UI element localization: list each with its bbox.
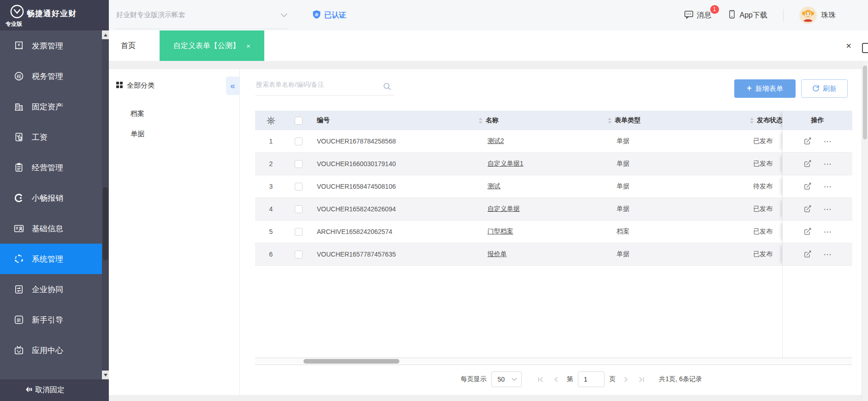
sidebar-item-basic-info[interactable]: 基础信息	[0, 213, 102, 244]
app-download-label: App下载	[740, 11, 767, 20]
edit-icon[interactable]	[803, 250, 812, 258]
sidebar-item-invoice[interactable]: ¥发票管理	[0, 30, 102, 61]
app-download-button[interactable]: App下载	[727, 10, 767, 21]
column-header-code[interactable]: 编号	[310, 111, 475, 130]
form-name-link[interactable]: 门型档案	[488, 227, 513, 236]
more-icon[interactable]: ⋯	[824, 228, 832, 236]
page-number-input[interactable]	[578, 371, 605, 387]
tab-close-icon[interactable]: ×	[246, 42, 250, 50]
more-icon[interactable]: ⋯	[824, 251, 832, 258]
category-item-voucher[interactable]: 单据	[109, 124, 239, 144]
scroll-down-icon[interactable]	[102, 371, 109, 379]
sidebar-item-system[interactable]: 系统管理	[0, 244, 102, 274]
search-icon[interactable]	[383, 82, 392, 93]
edit-icon[interactable]	[803, 137, 812, 145]
add-form-button[interactable]: + 新增表单	[734, 79, 796, 98]
more-icon[interactable]: ⋯	[824, 205, 832, 213]
more-icon[interactable]: ⋯	[824, 160, 832, 168]
sort-icon[interactable]	[479, 118, 482, 124]
app-logo-area[interactable]: 畅捷通好业财 专业版	[0, 0, 109, 30]
row-checkbox[interactable]	[295, 160, 303, 168]
sort-icon[interactable]	[750, 118, 754, 124]
row-checkbox-cell	[287, 153, 310, 175]
sort-icon[interactable]	[608, 118, 612, 124]
category-item-archive[interactable]: 档案	[109, 103, 239, 124]
close-tab-button[interactable]: ×	[846, 30, 851, 61]
app-edition: 专业版	[6, 20, 22, 28]
form-name-cell: 自定义单据	[475, 198, 604, 220]
first-page-button[interactable]	[535, 374, 547, 385]
sidebar-scrollbar[interactable]	[102, 30, 109, 379]
page-size-value: 50	[498, 376, 505, 383]
form-name-link[interactable]: 自定义单据	[488, 205, 520, 213]
search-input[interactable]	[255, 75, 377, 88]
sidebar-item-tax[interactable]: 税税务管理	[0, 61, 102, 91]
row-actions: ⋯	[782, 130, 852, 152]
verified-shield-icon: 企	[312, 10, 321, 21]
message-icon	[684, 10, 694, 21]
menu-item-label: 工资	[32, 132, 48, 143]
prev-page-button[interactable]	[551, 374, 562, 385]
page-scrollbar[interactable]	[862, 61, 868, 401]
table-row: 4VOUCHER1658242626094自定义单据单据已发布⋯	[255, 198, 852, 221]
form-name-link[interactable]: 测试2	[488, 137, 504, 145]
edit-icon[interactable]	[803, 160, 812, 168]
page-size-select[interactable]: 50	[491, 371, 522, 387]
column-header-type[interactable]: 表单类型	[604, 111, 746, 130]
more-icon[interactable]: ⋯	[824, 183, 832, 191]
sidebar-item-app-center[interactable]: 应用中心	[0, 335, 102, 365]
tab-custom-forms[interactable]: 自定义表单【公测】×	[160, 30, 264, 61]
topbar-right: 消息 1 App下载 珠珠	[684, 6, 836, 24]
sidebar-scrollbar-thumb[interactable]	[103, 187, 108, 260]
sidebar-item-guide[interactable]: 新新手引导	[0, 305, 102, 335]
sidebar-item-fixed-assets[interactable]: 固定资产	[0, 91, 102, 122]
edit-icon[interactable]	[803, 227, 812, 236]
last-page-button[interactable]	[636, 374, 647, 385]
row-checkbox[interactable]	[295, 138, 303, 145]
form-type-cell: 单据	[604, 130, 746, 152]
sidebar-item-expense[interactable]: 小畅报销	[0, 183, 102, 213]
divider	[783, 9, 784, 21]
messages-button[interactable]: 消息 1	[684, 10, 712, 21]
collapse-panel-button[interactable]: «	[226, 77, 239, 95]
column-header-status[interactable]: 发布状态	[746, 111, 782, 130]
row-checkbox[interactable]	[295, 251, 303, 258]
pagination: 每页显示 50 第 页 共1页, 6条记录	[283, 370, 868, 389]
form-name-cell: 测试	[475, 175, 604, 198]
scroll-up-icon[interactable]	[102, 30, 109, 39]
messages-label: 消息	[697, 11, 712, 20]
menu-item-label: 小畅报销	[32, 193, 63, 203]
account-selector[interactable]: 好业财专业版演示帐套	[116, 2, 288, 29]
form-name-link[interactable]: 自定义单据1	[488, 160, 523, 168]
svg-text:新: 新	[16, 318, 21, 323]
user-menu[interactable]: 珠珠	[799, 6, 836, 24]
horizontal-scrollbar-thumb[interactable]	[303, 359, 399, 364]
more-icon[interactable]: ⋯	[824, 138, 832, 145]
category-header: 全部分类	[116, 81, 155, 90]
verified-badge[interactable]: 企 已认证	[312, 10, 346, 21]
page-scrollbar-thumb[interactable]	[863, 66, 867, 139]
form-code-cell: VOUCHER1660030179140	[310, 153, 475, 175]
edit-icon[interactable]	[803, 182, 812, 191]
phone-icon	[727, 10, 737, 21]
form-type-cell: 单据	[604, 198, 746, 220]
next-page-button[interactable]	[620, 374, 631, 385]
horizontal-scrollbar[interactable]	[255, 358, 852, 365]
form-name-link[interactable]: 测试	[488, 182, 500, 191]
row-checkbox[interactable]	[295, 205, 303, 213]
svg-text:企: 企	[314, 12, 319, 17]
tab-home[interactable]: 首页	[109, 30, 148, 61]
sidebar-item-salary[interactable]: ¥工资	[0, 122, 102, 152]
sidebar-item-business[interactable]: 经营管理	[0, 152, 102, 183]
form-name-link[interactable]: 报价单	[488, 250, 507, 258]
gear-icon[interactable]	[267, 116, 275, 125]
row-checkbox[interactable]	[295, 183, 303, 191]
refresh-button[interactable]: 刷新	[801, 79, 848, 98]
select-all-checkbox[interactable]	[295, 117, 303, 125]
unpin-button[interactable]: 取消固定	[0, 379, 109, 401]
row-checkbox[interactable]	[295, 228, 303, 236]
page-size-label: 每页显示	[461, 375, 487, 383]
edit-icon[interactable]	[803, 205, 812, 213]
column-header-name[interactable]: 名称	[475, 111, 604, 130]
sidebar-item-collaboration[interactable]: 企业协同	[0, 274, 102, 305]
